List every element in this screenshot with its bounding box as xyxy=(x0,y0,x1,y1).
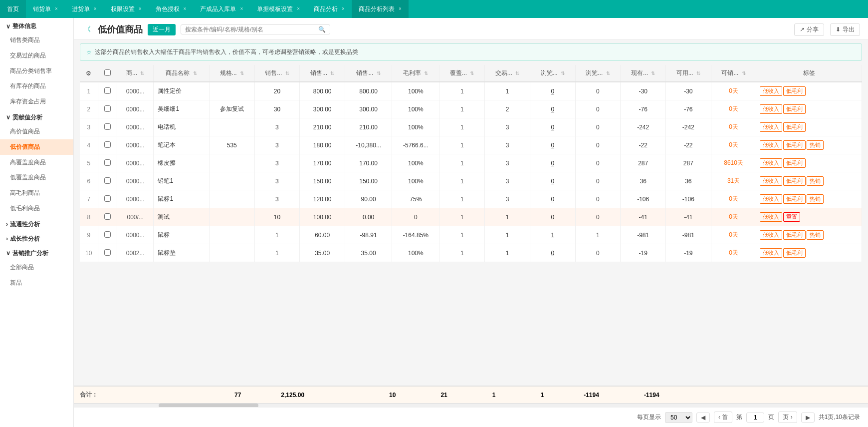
sidebar-group-growth[interactable]: › 成长性分析 xyxy=(0,231,73,245)
cell-checkbox[interactable] xyxy=(98,100,117,118)
page-number-input[interactable] xyxy=(746,413,764,423)
row-checkbox[interactable] xyxy=(104,105,111,112)
cell-col12[interactable]: 0 xyxy=(530,118,575,136)
nav-template-settings-close[interactable]: × xyxy=(297,0,300,18)
period-button[interactable]: 近一月 xyxy=(148,24,176,35)
cell-checkbox[interactable] xyxy=(98,244,117,262)
row-checkbox[interactable] xyxy=(104,87,111,94)
nav-sales-order-close[interactable]: × xyxy=(55,0,58,18)
cell-checkbox[interactable] xyxy=(98,190,117,208)
prev-page-button[interactable]: ‹ 首 xyxy=(714,412,732,423)
views-link[interactable]: 0 xyxy=(551,160,554,167)
nav-permission-settings[interactable]: 权限设置 × xyxy=(104,0,149,18)
column-sales2[interactable]: 销售... ⇅ xyxy=(300,65,345,82)
views-link[interactable]: 0 xyxy=(551,124,554,131)
row-checkbox[interactable] xyxy=(104,159,111,166)
nav-purchase-order[interactable]: 进货单 × xyxy=(65,0,104,18)
column-available[interactable]: 可用... ⇅ xyxy=(666,65,711,82)
cell-col12[interactable]: 0 xyxy=(530,190,575,208)
nav-goods-analysis-list[interactable]: 商品分析列表 × xyxy=(352,0,409,18)
horizontal-scrollbar[interactable] xyxy=(74,403,868,407)
column-views2[interactable]: 浏览... ⇅ xyxy=(575,65,621,82)
export-button[interactable]: ⬇ 导出 xyxy=(830,23,860,36)
next-page-button[interactable]: 页 › xyxy=(778,412,797,423)
views-link[interactable]: 0 xyxy=(551,250,554,257)
sidebar-group-overall[interactable]: ∨ 整体信息 xyxy=(0,18,73,32)
cell-col12[interactable]: 0 xyxy=(530,82,575,100)
search-input[interactable] xyxy=(185,26,318,33)
column-sales1[interactable]: 销售... ⇅ xyxy=(254,65,300,82)
sidebar-group-marketing[interactable]: ∨ 营销推广分析 xyxy=(0,245,73,260)
column-code[interactable]: 商... ⇅ xyxy=(117,65,154,82)
nav-template-settings[interactable]: 单据模板设置 × xyxy=(250,0,307,18)
views-link[interactable]: 0 xyxy=(551,178,554,185)
nav-home[interactable]: 首页 xyxy=(0,0,26,18)
sidebar-collapse-button[interactable]: 《 xyxy=(82,23,93,36)
cell-checkbox[interactable] xyxy=(98,154,117,172)
column-sales3[interactable]: 销售... ⇅ xyxy=(345,65,392,82)
row-checkbox[interactable] xyxy=(104,177,111,184)
row-checkbox[interactable] xyxy=(104,231,111,238)
sidebar-item-low-value[interactable]: 低价值商品 xyxy=(0,139,73,155)
sidebar-item-high-coverage[interactable]: 高覆盖度商品 xyxy=(0,155,73,170)
nav-finished-goods-close[interactable]: × xyxy=(240,0,243,18)
cell-checkbox[interactable] xyxy=(98,118,117,136)
nav-role-auth[interactable]: 角色授权 × xyxy=(149,0,194,18)
row-checkbox[interactable] xyxy=(104,123,111,130)
column-views1[interactable]: 浏览... ⇅ xyxy=(530,65,575,82)
cell-col12[interactable]: 0 xyxy=(530,208,575,226)
views-link[interactable]: 0 xyxy=(551,196,554,203)
column-current-stock[interactable]: 现有... ⇅ xyxy=(621,65,666,82)
sidebar-group-contribution[interactable]: ∨ 贡献值分析 xyxy=(0,109,73,124)
cell-checkbox[interactable] xyxy=(98,172,117,190)
views-link[interactable]: 0 xyxy=(551,142,554,149)
nav-goods-analysis-close[interactable]: × xyxy=(342,0,345,18)
cell-col12[interactable]: 0 xyxy=(530,154,575,172)
row-checkbox[interactable] xyxy=(104,195,111,202)
column-name[interactable]: 商品名称 ⇅ xyxy=(154,65,209,82)
first-page-button[interactable]: ◀ xyxy=(696,413,710,423)
column-transactions[interactable]: 交易... ⇅ xyxy=(485,65,530,82)
sidebar-item-sales-goods[interactable]: 销售类商品 xyxy=(0,32,73,48)
column-margin[interactable]: 毛利率 ⇅ xyxy=(392,65,439,82)
cell-col12[interactable]: 0 xyxy=(530,172,575,190)
select-all-checkbox[interactable] xyxy=(104,69,111,76)
sidebar-group-circulation[interactable]: › 流通性分析 xyxy=(0,216,73,231)
cell-col12[interactable]: 0 xyxy=(530,244,575,262)
nav-finished-goods[interactable]: 产成品入库单 × xyxy=(193,0,250,18)
nav-goods-analysis[interactable]: 商品分析 × xyxy=(307,0,352,18)
cell-checkbox[interactable] xyxy=(98,136,117,154)
cell-checkbox[interactable] xyxy=(98,82,117,100)
column-settings[interactable]: ⚙ xyxy=(80,65,98,82)
sidebar-item-inventory-capital[interactable]: 库存资金占用 xyxy=(0,94,73,109)
column-checkbox[interactable] xyxy=(98,65,117,82)
sidebar-item-all-goods[interactable]: 全部商品 xyxy=(0,260,73,275)
views-link[interactable]: 0 xyxy=(551,106,554,113)
column-coverage[interactable]: 覆盖... ⇅ xyxy=(439,65,485,82)
per-page-select[interactable]: 50 100 200 xyxy=(665,412,692,423)
cell-checkbox[interactable] xyxy=(98,208,117,226)
sidebar-item-traded-goods[interactable]: 交易过的商品 xyxy=(0,48,73,63)
cell-checkbox[interactable] xyxy=(98,226,117,244)
nav-role-auth-close[interactable]: × xyxy=(184,0,187,18)
sidebar-item-high-value[interactable]: 高价值商品 xyxy=(0,124,73,139)
sidebar-item-low-margin[interactable]: 低毛利商品 xyxy=(0,201,73,216)
nav-purchase-order-close[interactable]: × xyxy=(94,0,97,18)
views-link[interactable]: 1 xyxy=(551,232,554,239)
last-page-button[interactable]: ▶ xyxy=(801,413,815,423)
nav-permission-settings-close[interactable]: × xyxy=(139,0,142,18)
sidebar-item-inventory-goods[interactable]: 有库存的商品 xyxy=(0,78,73,94)
column-sellable[interactable]: 可销... ⇅ xyxy=(711,65,756,82)
sidebar-item-category-sales-rate[interactable]: 商品分类销售率 xyxy=(0,63,73,79)
sidebar-item-low-coverage[interactable]: 低覆盖度商品 xyxy=(0,170,73,185)
search-icon[interactable]: 🔍 xyxy=(318,26,326,33)
column-spec[interactable]: 规格... ⇅ xyxy=(209,65,254,82)
nav-sales-order[interactable]: 销货单 × xyxy=(26,0,65,18)
nav-goods-analysis-list-close[interactable]: × xyxy=(399,0,402,18)
sidebar-item-high-margin[interactable]: 高毛利商品 xyxy=(0,185,73,201)
row-checkbox[interactable] xyxy=(104,141,111,148)
row-checkbox[interactable] xyxy=(104,213,111,220)
share-button[interactable]: ↗ 分享 xyxy=(794,23,824,36)
row-checkbox[interactable] xyxy=(104,249,111,256)
cell-col12[interactable]: 0 xyxy=(530,100,575,118)
